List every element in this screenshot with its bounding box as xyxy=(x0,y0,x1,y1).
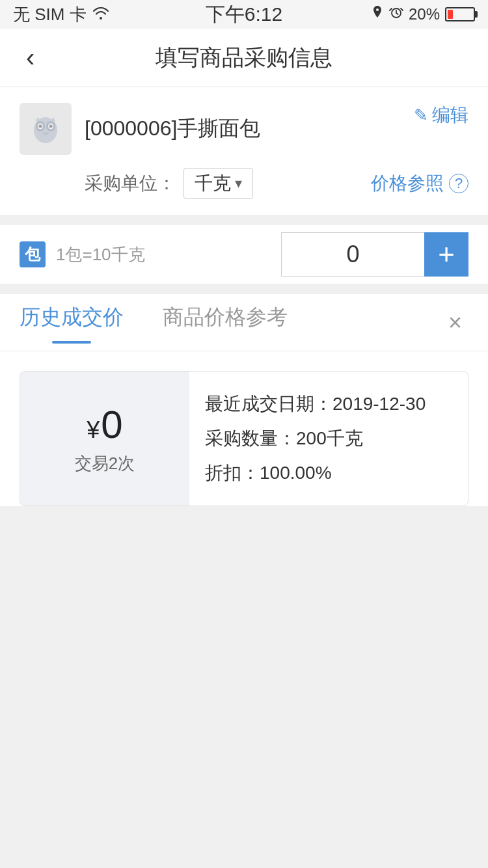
tab-product-price-ref[interactable]: 商品价格参考 xyxy=(163,303,288,342)
help-icon: ? xyxy=(449,174,468,193)
history-detail-discount: 折扣：100.00% xyxy=(205,460,452,485)
price-value: 0 xyxy=(101,402,122,447)
product-thumbnail xyxy=(20,103,72,155)
product-name: [0000006]手撕面包 xyxy=(85,115,260,143)
status-bar: 无 SIM 卡 下午6:12 20% xyxy=(0,0,488,29)
product-left: [0000006]手撕面包 xyxy=(20,103,260,155)
purchase-unit-row: 采购单位： 千克 ▾ 价格参照 ? xyxy=(20,168,468,199)
detail-date-label: 最近成交日期： xyxy=(205,394,332,414)
help-label: ? xyxy=(455,175,463,192)
quantity-unit-label: 包 xyxy=(25,244,40,265)
status-left: 无 SIM 卡 xyxy=(13,3,110,26)
quantity-input-group: + xyxy=(281,232,468,277)
status-right: 20% xyxy=(371,5,475,23)
edit-label: 编辑 xyxy=(432,103,468,128)
unit-value: 千克 xyxy=(195,171,231,196)
back-button[interactable]: ‹ xyxy=(20,36,41,79)
page-title: 填写商品采购信息 xyxy=(156,43,332,73)
unit-selector[interactable]: 千克 ▾ xyxy=(183,168,253,199)
alarm-icon xyxy=(389,5,403,23)
quantity-input[interactable] xyxy=(281,232,424,277)
history-card: ¥ 0 交易2次 最近成交日期：2019-12-30 采购数量：200千克 折扣… xyxy=(20,371,468,506)
main-background xyxy=(0,526,488,868)
detail-date-value: 2019-12-30 xyxy=(332,394,426,414)
quantity-unit-box: 包 xyxy=(20,241,46,267)
history-card-right: 最近成交日期：2019-12-30 采购数量：200千克 折扣：100.00% xyxy=(189,372,468,506)
tab-close-button[interactable]: × xyxy=(442,303,468,343)
battery-percentage: 20% xyxy=(409,5,440,23)
svg-point-7 xyxy=(49,125,53,128)
edit-icon: ✎ xyxy=(414,105,428,126)
price-reference-button[interactable]: 价格参照 ? xyxy=(371,171,468,196)
detail-discount-value: 100.00% xyxy=(260,463,332,483)
history-transaction-count: 交易2次 xyxy=(75,452,135,475)
detail-discount-label: 折扣： xyxy=(205,463,260,483)
history-detail-date: 最近成交日期：2019-12-30 xyxy=(205,391,452,416)
detail-qty-label: 采购数量： xyxy=(205,428,296,448)
tabs-header: 历史成交价 商品价格参考 × xyxy=(0,294,488,351)
wifi-icon xyxy=(92,5,110,25)
edit-button[interactable]: ✎ 编辑 xyxy=(414,103,468,128)
unit-label: 采购单位： xyxy=(85,171,176,196)
location-icon xyxy=(371,5,384,23)
section-divider xyxy=(0,215,488,225)
detail-qty-value: 200千克 xyxy=(296,428,363,448)
history-detail-quantity: 采购数量：200千克 xyxy=(205,426,452,451)
tab-price-ref-label: 商品价格参考 xyxy=(163,305,288,329)
network-label: 无 SIM 卡 xyxy=(13,3,87,26)
battery-icon xyxy=(445,7,475,21)
history-card-left: ¥ 0 交易2次 xyxy=(20,372,189,506)
dropdown-arrow-icon: ▾ xyxy=(235,175,242,192)
quantity-section: 包 1包=10千克 + xyxy=(0,225,488,284)
page-header: ‹ 填写商品采购信息 xyxy=(0,29,488,87)
price-currency: ¥ xyxy=(87,416,100,444)
product-header-row: [0000006]手撕面包 ✎ 编辑 xyxy=(20,103,468,155)
quantity-plus-button[interactable]: + xyxy=(424,232,468,277)
tabs-section: 历史成交价 商品价格参考 × ¥ 0 交易2次 最近成交日期：2019-12-3… xyxy=(0,294,488,506)
history-price: ¥ 0 xyxy=(87,402,122,447)
price-ref-label: 价格参照 xyxy=(371,171,444,196)
quantity-conversion: 1包=10千克 xyxy=(56,243,145,266)
tabs-list: 历史成交价 商品价格参考 xyxy=(20,303,288,342)
quantity-label-group: 包 1包=10千克 xyxy=(20,241,145,267)
product-section: [0000006]手撕面包 ✎ 编辑 采购单位： 千克 ▾ 价格参照 ? xyxy=(0,87,488,215)
tab-history-label: 历史成交价 xyxy=(20,305,124,329)
status-time: 下午6:12 xyxy=(206,1,282,28)
svg-point-6 xyxy=(39,125,42,128)
tab-history-price[interactable]: 历史成交价 xyxy=(20,303,124,342)
